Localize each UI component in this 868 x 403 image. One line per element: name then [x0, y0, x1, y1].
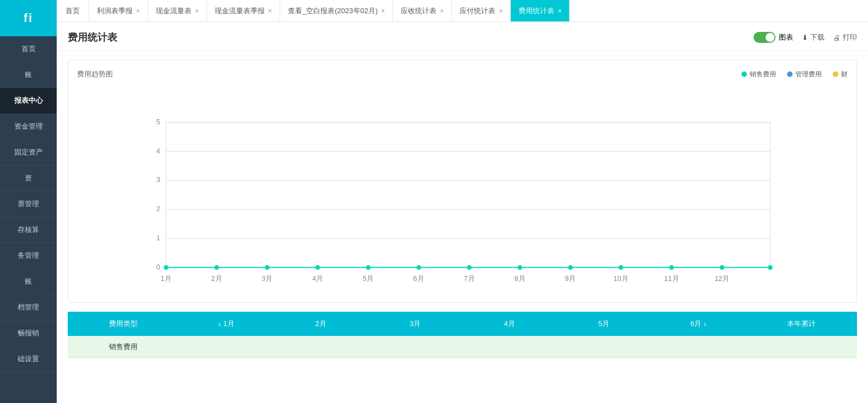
chart-legend: 销售费用 管理费用 财 [741, 70, 848, 79]
svg-text:7月: 7月 [464, 275, 475, 283]
print-button[interactable]: 🖨 打印 [833, 32, 857, 42]
tab-close-expense[interactable]: × [558, 7, 561, 15]
table-section: 费用类型 ‹ 1月 2月 3月 4月 5月 6月 › 本年累计 销售费用 [68, 312, 857, 358]
tab-close-cashflow-q[interactable]: × [268, 7, 272, 15]
svg-text:5: 5 [156, 118, 160, 126]
legend-label-finance: 财 [841, 70, 848, 79]
sidebar-item-archive[interactable]: 档管理 [0, 295, 57, 321]
tab-cashflow[interactable]: 现金流量表 × [148, 0, 207, 22]
th-type: 费用类型 [68, 319, 179, 329]
th-total: 本年累计 [745, 319, 857, 329]
sidebar-logo: fi [0, 0, 57, 36]
svg-point-23 [669, 265, 674, 269]
main-area: 首页 利润表季报 × 现金流量表 × 现金流量表季报 × 查看_空白报表(202… [57, 0, 868, 403]
svg-text:11月: 11月 [664, 275, 679, 283]
legend-sales: 销售费用 [741, 70, 776, 79]
svg-point-18 [417, 265, 421, 269]
prev-arrow[interactable]: ‹ [219, 319, 221, 328]
sidebar-item-home[interactable]: 首页 [0, 36, 57, 62]
page-title: 费用统计表 [68, 31, 117, 44]
legend-dot-sales [741, 71, 747, 77]
th-m1: ‹ 1月 [179, 319, 274, 329]
legend-dot-admin [787, 71, 793, 77]
chart-toggle[interactable] [754, 32, 776, 43]
th-m4: 4月 [462, 319, 556, 329]
th-m6: 6月 › [651, 319, 745, 329]
svg-text:10月: 10月 [614, 275, 629, 283]
sidebar-item-reports[interactable]: 报表中心 [0, 88, 57, 114]
tab-close-payable[interactable]: × [499, 7, 503, 15]
next-arrow[interactable]: › [703, 319, 706, 328]
svg-text:4月: 4月 [312, 275, 323, 283]
legend-label-admin: 管理费用 [795, 70, 822, 79]
chart-section: 费用趋势图 销售费用 管理费用 财 [68, 60, 857, 303]
svg-point-19 [467, 265, 471, 269]
tab-close-blank[interactable]: × [381, 7, 385, 15]
chart-header: 费用趋势图 销售费用 管理费用 财 [77, 69, 848, 79]
sidebar-item-tickets[interactable]: 票管理 [0, 191, 57, 217]
tab-cashflow-q[interactable]: 现金流量表季报 × [207, 0, 280, 22]
tab-payable[interactable]: 应付统计表 × [452, 0, 511, 22]
svg-text:0: 0 [156, 263, 160, 271]
table-row: 销售费用 [68, 336, 857, 358]
header-actions: 图表 ⬇ 下载 🖨 打印 [754, 32, 857, 43]
chart-toggle-label: 图表 [779, 32, 793, 42]
legend-finance: 财 [833, 70, 848, 79]
svg-text:1: 1 [156, 234, 160, 242]
chart-container: 0 1 2 3 4 5 [77, 85, 848, 294]
svg-rect-12 [166, 123, 771, 268]
svg-text:4: 4 [156, 147, 160, 155]
th-m5: 5月 [556, 319, 651, 329]
sidebar-item-inventory[interactable]: 存核算 [0, 217, 57, 243]
download-button[interactable]: ⬇ 下载 [802, 32, 825, 42]
svg-point-16 [315, 265, 320, 269]
svg-point-15 [265, 265, 269, 269]
svg-point-24 [720, 265, 724, 269]
svg-text:1月: 1月 [161, 275, 172, 283]
sidebar-item-assets[interactable]: 固定资产 [0, 140, 57, 165]
chart-svg: 0 1 2 3 4 5 [77, 85, 848, 294]
tab-profit[interactable]: 利润表季报 × [89, 0, 148, 22]
tab-home[interactable]: 首页 [57, 0, 89, 22]
sidebar-item-business[interactable]: 务管理 [0, 243, 57, 269]
svg-point-17 [366, 265, 370, 269]
svg-text:3月: 3月 [261, 275, 272, 283]
svg-text:6月: 6月 [413, 275, 424, 283]
svg-point-14 [214, 265, 219, 269]
svg-text:5月: 5月 [363, 275, 374, 283]
chart-title: 费用趋势图 [77, 69, 113, 79]
svg-text:12月: 12月 [714, 275, 729, 283]
svg-text:9月: 9月 [565, 275, 576, 283]
tab-expense[interactable]: 费用统计表 × [511, 0, 570, 22]
tab-close-cashflow[interactable]: × [195, 7, 199, 15]
tab-blank[interactable]: 查看_空白报表(2023年02月) × [280, 0, 393, 22]
sidebar-item-settings[interactable]: 础设置 [0, 346, 57, 372]
svg-point-20 [517, 265, 522, 269]
tab-receivable[interactable]: 应收统计表 × [393, 0, 452, 22]
download-icon: ⬇ [802, 34, 808, 42]
table-header-row: 费用类型 ‹ 1月 2月 3月 4月 5月 6月 › 本年累计 [68, 312, 857, 336]
tab-close-profit[interactable]: × [136, 7, 140, 15]
sidebar: fi 首页 账 报表中心 资金管理 固定资产 资 票管理 存核算 务管理 账 档… [0, 0, 57, 403]
page-header: 费用统计表 图表 ⬇ 下载 🖨 打印 [57, 22, 868, 51]
svg-point-21 [568, 265, 572, 269]
svg-text:3: 3 [156, 176, 160, 184]
svg-text:2月: 2月 [211, 275, 222, 283]
svg-point-13 [163, 265, 168, 269]
tab-bar: 首页 利润表季报 × 现金流量表 × 现金流量表季报 × 查看_空白报表(202… [57, 0, 868, 22]
svg-point-22 [619, 265, 623, 269]
tab-close-receivable[interactable]: × [440, 7, 444, 15]
content-area: 费用统计表 图表 ⬇ 下载 🖨 打印 费用趋势图 [57, 22, 868, 403]
chart-toggle-wrap: 图表 [754, 32, 793, 43]
svg-text:2: 2 [156, 205, 160, 213]
sidebar-item-capital[interactable]: 资 [0, 165, 57, 191]
legend-label-sales: 销售费用 [750, 70, 776, 79]
svg-point-25 [768, 265, 772, 269]
sidebar-item-expense[interactable]: 畅报销 [0, 321, 57, 346]
sidebar-item-account[interactable]: 账 [0, 62, 57, 88]
sidebar-item-ledger[interactable]: 账 [0, 269, 57, 295]
sidebar-item-funds[interactable]: 资金管理 [0, 114, 57, 140]
print-icon: 🖨 [833, 34, 840, 42]
svg-text:8月: 8月 [514, 275, 525, 283]
th-m2: 2月 [274, 319, 368, 329]
